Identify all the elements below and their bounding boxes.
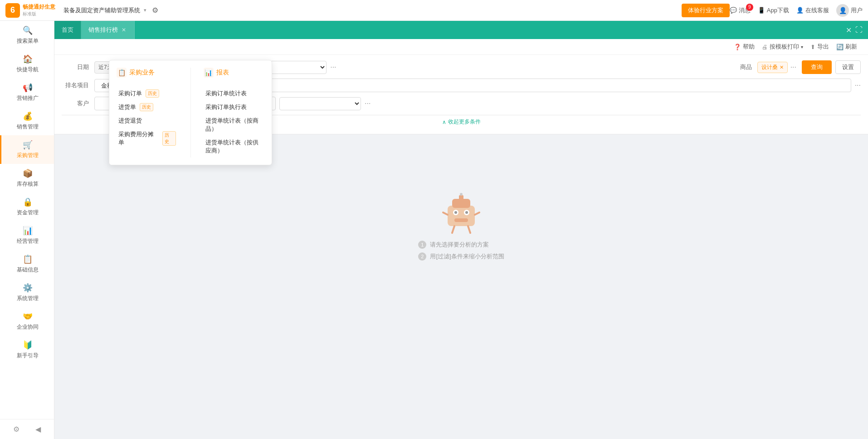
sidebar-item-guide[interactable]: 🔰 新手引导 [0,335,54,364]
baseinfo-icon: 📋 [23,254,33,264]
tip-num-2: 2 [418,252,426,261]
tab-home[interactable]: 首页 [54,21,81,39]
salesman-ellipsis-btn[interactable]: ··· [855,81,861,89]
menu-item-goods-receipt[interactable]: 进货单 历史 [117,100,178,114]
export-label: 导出 [817,43,829,51]
refresh-label: 刷新 [845,43,857,51]
status-ellipsis-btn[interactable]: ··· [330,63,336,71]
help-icon: ❓ [734,44,741,50]
system-title-area: 装备及固定资产辅助管理系统 ▾ ⚙ [63,4,682,16]
system-icon: ⚙️ [23,283,33,293]
dropdown-arrow-icon[interactable]: ▾ [144,7,146,13]
sidebar-bottom: ⚙ ◀ [0,419,54,439]
sales-icon: 💰 [23,111,33,121]
sidebar-item-system[interactable]: ⚙️ 系统管理 [0,278,54,307]
sidebar-item-inventory[interactable]: 📦 库存核算 [0,164,54,192]
goods-filter-label: 商品 [725,63,752,71]
gear-button[interactable]: ⚙ [150,4,160,16]
purchase-icon: 🛒 [23,140,33,150]
message-btn[interactable]: 💬 消息 9 [730,6,751,15]
goods-ellipsis-btn[interactable]: ··· [790,63,796,71]
menu-item-purchase-order[interactable]: 采购订单 历史 [117,87,178,100]
tab-sales-rank[interactable]: 销售排行榜 ✕ [81,21,135,39]
online-service-btn[interactable]: 👤 在线客服 [796,6,829,15]
svg-point-4 [454,211,457,214]
sidebar-label-quick: 快捷导航 [17,66,39,74]
svg-line-10 [468,226,470,233]
sidebar-item-search[interactable]: 🔍 搜索菜单 [0,21,54,49]
app-download-btn[interactable]: 📱 App下载 [758,6,789,15]
svg-point-5 [465,211,468,214]
sidebar-settings-btn[interactable]: ⚙ [13,425,20,434]
svg-rect-0 [448,206,475,226]
sidebar-collapse-btn[interactable]: ◀ [35,425,41,434]
top-toolbar: ❓ 帮助 🖨 按模板打印 ▾ ⬆ 导出 🔄 刷新 [54,39,868,55]
customer-ellipsis-btn[interactable]: ··· [365,99,371,108]
export-btn[interactable]: ⬆ 导出 [810,43,829,51]
menu-item-purchase-expense[interactable]: 采购费用分摊单 历史 [117,128,178,149]
brand-sub: 标准版 [23,11,55,17]
main-layout: 🔍 搜索菜单 🏠 快捷导航 📢 营销推广 💰 销售管理 🛒 采购管理 📦 库存核… [0,21,868,439]
sidebar-label-cooperation: 企业协同 [17,323,39,331]
sidebar-item-purchase[interactable]: 🛒 采购管理 [0,135,54,164]
empty-tip-2: 2 用[过滤]条件来缩小分析范围 [418,252,504,261]
refresh-btn[interactable]: 🔄 刷新 [836,43,857,51]
svg-line-9 [452,226,454,233]
menu-item-purchase-order-label: 采购订单 [118,89,142,98]
svg-line-7 [443,212,448,215]
sidebar-item-baseinfo[interactable]: 📋 基础信息 [0,250,54,278]
app-label: App下载 [767,6,789,15]
date-filter-label: 日期 [62,63,89,71]
purchase-col-icon: 📋 [117,68,127,78]
menu-item-goods-return-label: 进货退货 [118,117,142,125]
tab-close-btn[interactable]: ✕ [121,27,127,33]
help-label: 帮助 [743,43,755,51]
print-btn[interactable]: 🖨 按模板打印 ▾ [762,43,803,51]
help-btn[interactable]: ❓ 帮助 [734,43,755,51]
marketing-icon: 📢 [23,83,33,93]
menu-divider [190,68,191,158]
sidebar-item-operation[interactable]: 📊 经营管理 [0,221,54,250]
user-btn[interactable]: 👤 用户 [836,4,863,17]
salesman-input[interactable] [237,79,851,92]
menu-item-goods-stat-goods[interactable]: 进货单统计表（按商品） [204,114,265,136]
logo-text: 畅捷通好生意 标准版 [23,4,55,17]
customer-select[interactable] [279,97,361,110]
tab-sales-rank-label: 销售排行榜 [88,26,118,34]
finance-icon: 🔒 [23,197,33,207]
refresh-icon: 🔄 [836,44,844,50]
query-btn[interactable]: 查询 [802,60,832,74]
sidebar-item-cooperation[interactable]: 🤝 企业协同 [0,307,54,335]
header-right: 💬 消息 9 📱 App下载 👤 在线客服 👤 用户 [730,4,863,17]
tab-home-label: 首页 [62,26,73,34]
phone-icon: 📱 [758,7,765,14]
sidebar-item-marketing[interactable]: 📢 营销推广 [0,78,54,107]
home-icon: 🏠 [23,54,33,64]
settings-btn[interactable]: 设置 [835,60,861,74]
sidebar-item-sales[interactable]: 💰 销售管理 [0,107,54,135]
sidebar: 🔍 搜索菜单 🏠 快捷导航 📢 营销推广 💰 销售管理 🛒 采购管理 📦 库存核… [0,21,54,439]
menu-item-goods-return[interactable]: 进货退货 [117,114,178,128]
goods-tag-close-icon[interactable]: ✕ [780,64,784,70]
sidebar-label-operation: 经营管理 [17,237,39,245]
empty-tip-1: 1 请先选择要分析的方案 [418,241,504,249]
service-label: 在线客服 [805,6,829,15]
sidebar-item-finance[interactable]: 🔒 资金管理 [0,192,54,221]
brand-name: 畅捷通好生意 [23,4,55,11]
purchase-dropdown-menu: 📋 采购业务 采购订单 历史 进货单 历史 进货退货 采购费用分摊单 历史 [109,60,272,165]
sidebar-label-marketing: 营销推广 [17,94,39,102]
menu-item-goods-stat-supplier[interactable]: 进货单统计表（按供应商） [204,136,265,158]
empty-tips: 1 请先选择要分析的方案 2 用[过滤]条件来缩小分析范围 [418,241,504,261]
tip-num-1: 1 [418,241,426,249]
menu-item-purchase-expense-label: 采购费用分摊单 [118,130,159,147]
report-col-icon: 📊 [204,68,214,78]
tab-expand-btn[interactable]: ⛶ [855,26,863,34]
menu-item-purchase-order-exec[interactable]: 采购订单执行表 [204,100,265,114]
sidebar-item-quick[interactable]: 🏠 快捷导航 [0,49,54,78]
tab-close-all-btn[interactable]: ✕ [846,26,852,35]
print-arrow-icon: ▾ [801,44,803,49]
menu-item-purchase-order-stat[interactable]: 采购订单统计表 [204,87,265,100]
industry-btn[interactable]: 体验行业方案 [682,4,730,17]
menu-item-purchase-order-stat-label: 采购订单统计表 [205,89,247,98]
purchase-col: 📋 采购业务 采购订单 历史 进货单 历史 进货退货 采购费用分摊单 历史 [117,68,178,158]
